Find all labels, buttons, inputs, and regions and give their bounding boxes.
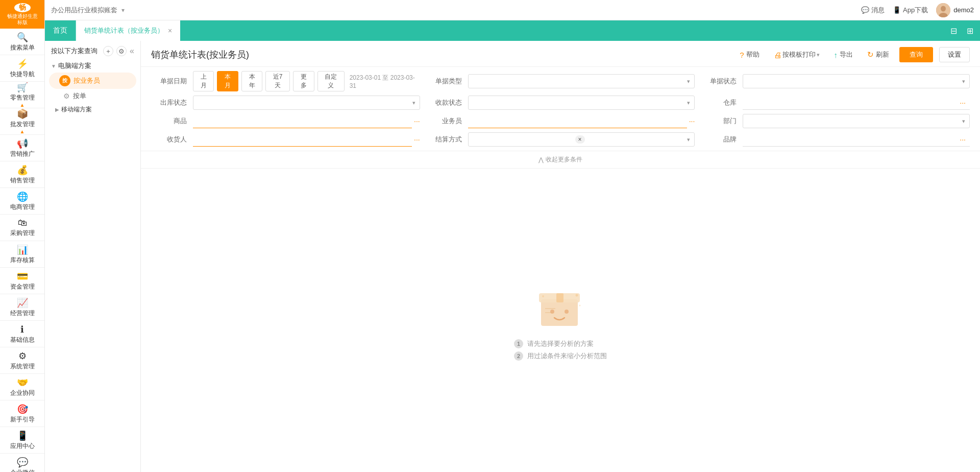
consignee-dots[interactable]: ··· [414, 135, 420, 144]
consignee-input[interactable]: ··· [193, 132, 420, 147]
consignee-label: 收货人 [151, 135, 187, 144]
export-btn[interactable]: ↑ 导出 [830, 49, 857, 61]
system-icon: ⚙ [18, 350, 27, 362]
query-button[interactable]: 查询 [899, 47, 933, 62]
brand-input[interactable]: ··· [743, 132, 970, 147]
tree-item-salesman[interactable]: 按 按业务员 [49, 73, 136, 89]
app-logo: 畅 畅捷通好生意标版 [0, 0, 45, 29]
goods-dots[interactable]: ··· [414, 117, 420, 125]
salesman-dots[interactable]: ··· [689, 117, 695, 125]
app-download-label: App下载 [903, 6, 928, 15]
setting-scheme-btn[interactable]: ⚙ [116, 46, 127, 56]
warehouse-input[interactable]: ··· [743, 96, 970, 110]
sidebar-item-appstore[interactable]: 📱 应用中心 [0, 427, 45, 454]
salesman-input[interactable]: ··· [468, 114, 695, 128]
app-download-btn[interactable]: 📱 App下载 [893, 6, 928, 15]
print-btn[interactable]: 🖨 按模板打印 ▾ [770, 49, 824, 61]
pc-group-arrow: ▼ [51, 63, 56, 69]
dept-select[interactable]: ▾ [743, 114, 970, 128]
tree-mobile-group[interactable]: ▶ 移动端方案 [49, 103, 136, 116]
sidebar-item-purchase[interactable]: 🛍 采购管理 [0, 215, 45, 241]
out-status-label: 出库状态 [151, 98, 187, 107]
left-panel-header: 按以下方案查询 + ⚙ « [45, 41, 140, 59]
collapse-arrow: ⋀ [538, 156, 544, 163]
sidebar-item-marketing[interactable]: 📢 营销推广 [0, 135, 45, 161]
sidebar-item-basic[interactable]: ℹ 基础信息 [0, 321, 45, 347]
sidebar-item-retail[interactable]: 🛒 零售管理 ▲ [0, 82, 45, 108]
wholesale-icon: 📦 [17, 108, 28, 120]
export-icon: ↑ [834, 51, 838, 59]
tag-close-icon[interactable]: × [578, 136, 582, 143]
collapse-bar: ⋀ 收起更多条件 [141, 151, 980, 169]
left-panel-actions: + ⚙ « [103, 46, 134, 56]
date-btn-this-year[interactable]: 本年 [241, 71, 262, 91]
date-btn-more[interactable]: 更多 [293, 71, 314, 91]
sidebar-label-appstore: 应用中心 [10, 442, 35, 451]
sidebar-item-business[interactable]: 📈 经营管理 [0, 294, 45, 321]
right-content: 销货单统计表(按业务员) ? 帮助 🖨 按模板打印 ▾ ↑ 导出 [141, 41, 980, 472]
step-label-2: 用过滤条件来缩小分析范围 [527, 351, 607, 361]
settlement-select[interactable]: × ▾ [468, 132, 695, 147]
consignee-field[interactable] [193, 132, 412, 147]
goods-field[interactable] [193, 114, 412, 128]
svg-point-7 [565, 310, 569, 314]
page-actions: ? 帮助 🖨 按模板打印 ▾ ↑ 导出 ↻ 刷新 [736, 47, 970, 62]
out-status-select[interactable]: ▾ [193, 96, 420, 110]
sidebar-item-newbie[interactable]: 🎯 新手引导 [0, 400, 45, 427]
warehouse-dots[interactable]: ··· [960, 99, 966, 107]
help-btn[interactable]: ? 帮助 [736, 49, 763, 61]
tab-fullscreen-btn[interactable]: ⊞ [964, 25, 976, 37]
sidebar-item-inventory[interactable]: 📊 库存核算 [0, 241, 45, 268]
receive-status-select[interactable]: ▾ [468, 96, 695, 110]
sidebar-label-sales: 销售管理 [10, 177, 35, 185]
svg-point-12 [579, 305, 581, 306]
page-header: 销货单统计表(按业务员) ? 帮助 🖨 按模板打印 ▾ ↑ 导出 [141, 41, 980, 67]
topbar-arrow[interactable]: ▾ [121, 7, 125, 14]
sidebar-item-system[interactable]: ⚙ 系统管理 [0, 347, 45, 374]
collapse-more-btn[interactable]: ⋀ 收起更多条件 [532, 154, 589, 165]
svg-point-6 [550, 310, 554, 314]
tab-sales-statistics[interactable]: 销货单统计表（按业务员） × [76, 20, 180, 41]
search-icon: 🔍 [17, 32, 28, 43]
sidebar-item-wechat[interactable]: 💬 企业微信 [0, 454, 45, 472]
tree-pc-group[interactable]: ▼ 电脑端方案 [49, 59, 136, 73]
status-select[interactable]: ▾ [743, 74, 970, 88]
sidebar-item-quick[interactable]: ⚡ 快捷导航 [0, 55, 45, 82]
sidebar-label-newbie: 新手引导 [10, 416, 35, 424]
status-label: 单据状态 [701, 77, 737, 86]
goods-input[interactable]: ··· [193, 114, 420, 128]
brand-dots[interactable]: ··· [960, 135, 966, 144]
sidebar-item-wholesale[interactable]: 📦 批发管理 ▲ [0, 108, 45, 135]
collapse-panel-btn[interactable]: « [130, 46, 134, 56]
add-scheme-btn[interactable]: + [103, 46, 113, 56]
tab-close-btn[interactable]: × [168, 27, 172, 34]
tree-sub-item-order[interactable]: ⚙ 按单 [49, 89, 136, 103]
sidebar-item-finance[interactable]: 💳 资金管理 [0, 268, 45, 294]
sidebar-item-ecommerce[interactable]: 🌐 电商管理 [0, 188, 45, 215]
empty-step-1: 1 请先选择要分析的方案 [514, 339, 607, 348]
date-btn-this-month[interactable]: 本月 [217, 71, 238, 91]
sidebar-item-corp[interactable]: 🤝 企业协同 [0, 374, 45, 400]
finance-icon: 💳 [17, 271, 28, 282]
setting-button[interactable]: 设置 [939, 47, 970, 62]
message-btn[interactable]: 💬 消息 [861, 6, 885, 15]
sidebar-item-sales[interactable]: 💰 销售管理 [0, 161, 45, 188]
tab-collapse-btn[interactable]: ⊟ [947, 25, 960, 37]
ecommerce-icon: 🌐 [17, 191, 28, 202]
refresh-btn[interactable]: ↻ 刷新 [863, 49, 893, 61]
type-select[interactable]: ▾ [468, 74, 695, 88]
tab-home[interactable]: 首页 [45, 20, 76, 41]
settlement-tag[interactable]: × [575, 135, 585, 144]
quick-icon: ⚡ [17, 58, 28, 69]
sales-icon: 💰 [17, 164, 28, 176]
empty-state: 1 请先选择要分析的方案 2 用过滤条件来缩小分析范围 [141, 169, 980, 472]
sidebar-item-search[interactable]: 🔍 搜索菜单 [0, 29, 45, 55]
date-btn-7days[interactable]: 近7天 [265, 71, 290, 91]
logo-icon: 畅 [14, 3, 31, 12]
user-menu[interactable]: demo2 [936, 3, 974, 17]
date-btn-last-month[interactable]: 上月 [193, 71, 214, 91]
brand-label: 品牌 [701, 135, 737, 144]
salesman-field[interactable] [468, 114, 687, 128]
status-select-arrow: ▾ [962, 78, 965, 85]
date-btn-custom[interactable]: 自定义 [317, 71, 345, 91]
